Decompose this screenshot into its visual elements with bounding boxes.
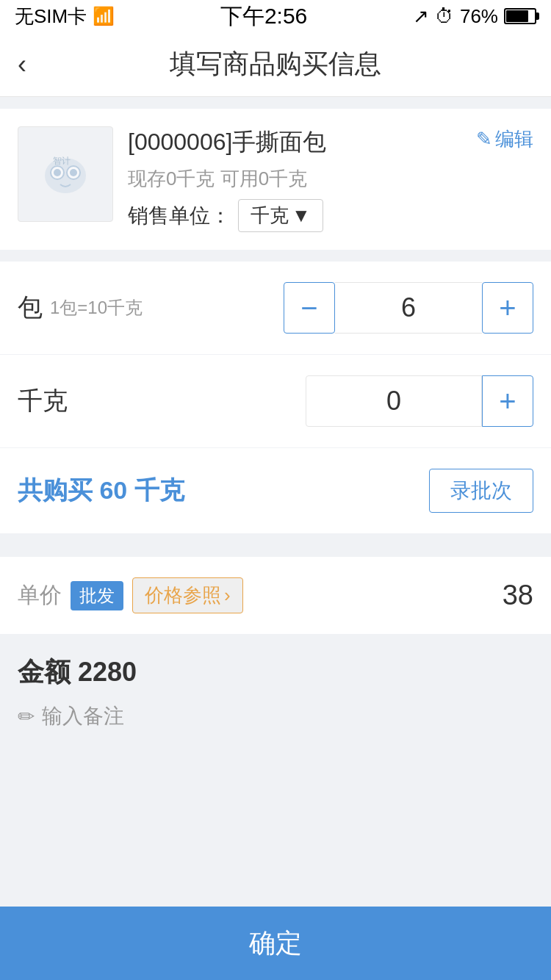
edit-icon: ✎	[476, 128, 492, 151]
product-stock: 现存0千克 可用0千克	[128, 166, 533, 192]
product-unit-row: 销售单位： 千克 ▼	[128, 199, 533, 232]
qty-controls-kg: +	[306, 375, 533, 427]
total-label: 共购买	[18, 476, 99, 504]
amount-value: 2280	[78, 657, 137, 687]
price-tag-wholesale: 批发	[71, 581, 123, 610]
wifi-icon: 📶	[93, 6, 115, 26]
alarm-icon: ⏱	[435, 5, 454, 28]
battery-percent: 76%	[460, 5, 498, 28]
status-right: ↗ ⏱ 76%	[413, 5, 536, 28]
total-unit: 千克	[134, 476, 184, 504]
total-row: 共购买 60 千克 录批次	[0, 448, 551, 533]
quantity-row-pack: 包 1包=10千克 − +	[0, 262, 551, 355]
edit-button[interactable]: ✎ 编辑	[476, 126, 533, 152]
battery-icon	[504, 8, 536, 24]
nav-bar: ‹ 填写商品购买信息	[0, 32, 551, 97]
decrement-pack-button[interactable]: −	[284, 282, 335, 334]
quantity-section: 包 1包=10千克 − + 千克 +	[0, 262, 551, 448]
status-left: 无SIM卡 📶	[15, 4, 115, 29]
back-button[interactable]: ‹	[18, 49, 26, 80]
total-value: 60	[99, 476, 127, 504]
unit-value: 千克	[251, 203, 289, 228]
carrier-label: 无SIM卡	[15, 4, 87, 29]
svg-point-4	[70, 169, 77, 176]
batch-button[interactable]: 录批次	[429, 469, 533, 513]
product-name: [0000006]手撕面包	[128, 126, 533, 159]
qty-label-kg: 千克	[18, 384, 68, 418]
battery-fill	[506, 10, 528, 22]
product-section: 智计 [0000006]手撕面包 现存0千克 可用0千克 销售单位： 千克 ▼	[0, 109, 551, 250]
price-ref-label: 价格参照	[145, 583, 221, 608]
edit-label: 编辑	[495, 126, 533, 152]
remark-label: 输入备注	[42, 702, 124, 730]
confirm-button[interactable]: 确定	[0, 907, 551, 980]
pencil-icon: ✏	[18, 705, 35, 729]
product-info: [0000006]手撕面包 现存0千克 可用0千克 销售单位： 千克 ▼	[128, 126, 533, 232]
unit-select[interactable]: 千克 ▼	[238, 199, 323, 232]
amount-label: 金额	[18, 657, 71, 687]
svg-text:智计: 智计	[53, 156, 71, 166]
qty-hint-pack: 1包=10千克	[50, 296, 284, 320]
remark-row[interactable]: ✏ 输入备注	[18, 702, 533, 745]
price-label: 单价	[18, 580, 62, 610]
gps-icon: ↗	[413, 5, 429, 28]
amount-row: 金额 2280	[18, 655, 533, 691]
qty-input-pack[interactable]	[335, 282, 482, 334]
total-text: 共购买 60 千克	[18, 474, 184, 508]
product-image: 智计	[18, 126, 113, 222]
qty-label-pack: 包	[18, 291, 43, 325]
amount-section: 金额 2280 ✏ 输入备注	[0, 634, 551, 745]
price-ref-button[interactable]: 价格参照 ›	[132, 577, 243, 613]
page-title: 填写商品购买信息	[170, 46, 381, 82]
qty-input-kg[interactable]	[306, 375, 482, 427]
price-section: 单价 批发 价格参照 › 38	[0, 557, 551, 634]
quantity-row-kg: 千克 +	[0, 355, 551, 448]
unit-dropdown-icon: ▼	[292, 204, 311, 227]
unit-label: 销售单位：	[128, 202, 231, 230]
status-bar: 无SIM卡 📶 下午2:56 ↗ ⏱ 76%	[0, 0, 551, 32]
section-divider-2	[0, 533, 551, 545]
section-divider-1	[0, 250, 551, 262]
increment-kg-button[interactable]: +	[482, 375, 533, 427]
product-logo-icon: 智计	[40, 152, 91, 196]
price-ref-arrow-icon: ›	[224, 584, 231, 607]
price-value: 38	[503, 580, 533, 611]
svg-point-3	[54, 169, 61, 176]
qty-controls-pack: − +	[284, 282, 533, 334]
status-time: 下午2:56	[220, 1, 307, 32]
increment-pack-button[interactable]: +	[482, 282, 533, 334]
